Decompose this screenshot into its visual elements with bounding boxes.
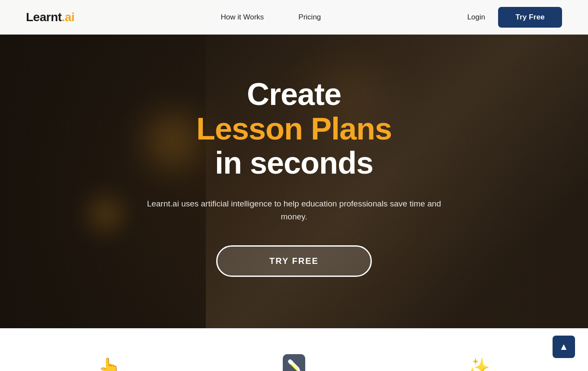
finger-tap-icon: 👆	[98, 357, 121, 371]
bokeh-light-2	[88, 197, 123, 231]
chevron-up-icon: ▲	[559, 342, 569, 352]
logo-text: Learnt.ai	[26, 10, 74, 24]
nav-pricing[interactable]: Pricing	[298, 13, 321, 22]
pencil-icon: ✏️	[287, 359, 301, 371]
hero-section: Create Lesson Plans in seconds Learnt.ai…	[0, 0, 588, 328]
hero-try-free-button[interactable]: TRY FREE	[216, 245, 372, 277]
hero-subtitle: Learnt.ai uses artificial intelligence t…	[138, 197, 450, 224]
step-1: 👆 Step 1	[17, 354, 202, 371]
hero-title-seconds: in seconds	[138, 146, 450, 180]
hero-content: Create Lesson Plans in seconds Learnt.ai…	[138, 51, 450, 276]
magic-wand-icon: ✨	[467, 357, 490, 371]
steps-section: 👆 Step 1 ✏️ Step 2 ✨ Step 3	[0, 328, 588, 371]
nav-actions: Login Try Free	[467, 7, 562, 28]
nav-how-it-works[interactable]: How it Works	[221, 13, 264, 22]
nav-try-free-button[interactable]: Try Free	[498, 7, 562, 28]
step-3-icon: ✨	[466, 354, 492, 371]
logo-name-prefix: Learnt	[26, 10, 62, 24]
hero-title-lesson-plans: Lesson Plans	[138, 112, 450, 146]
logo[interactable]: Learnt.ai	[26, 10, 74, 24]
nav-links: How it Works Pricing	[221, 13, 321, 22]
nav-login[interactable]: Login	[467, 13, 486, 22]
step-3: ✨ Step 3	[386, 354, 571, 371]
step-2: ✏️ Step 2	[202, 354, 387, 371]
step-2-icon-container: ✏️	[283, 354, 305, 371]
logo-name-suffix: .ai	[62, 10, 75, 24]
step-1-icon: 👆	[96, 354, 122, 371]
hero-title-create: Create	[138, 77, 450, 111]
navbar: Learnt.ai How it Works Pricing Login Try…	[0, 0, 588, 35]
scroll-to-top-button[interactable]: ▲	[553, 336, 575, 358]
